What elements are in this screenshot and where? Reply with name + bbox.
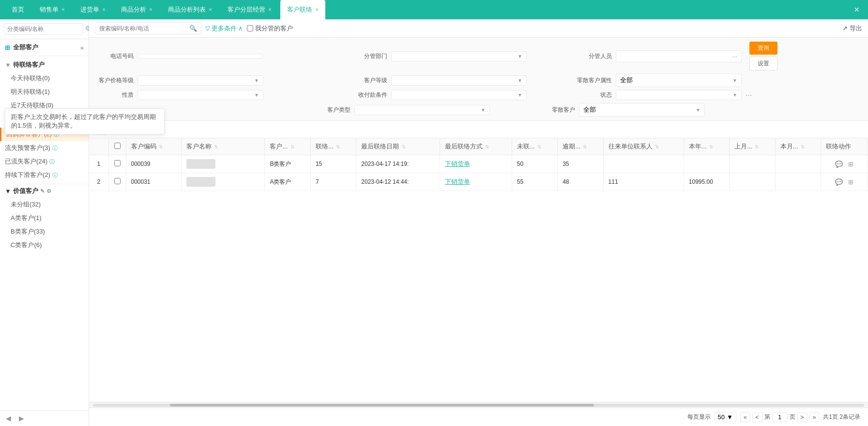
- sidebar-prev-button[interactable]: ◀: [4, 413, 13, 423]
- query-button[interactable]: 查询: [749, 42, 777, 55]
- close-product-analysis-tab[interactable]: ×: [149, 6, 152, 13]
- more-dots-icon[interactable]: ···: [746, 91, 752, 100]
- manager-input[interactable]: ···: [616, 50, 742, 62]
- cell-last-month-2: [730, 173, 775, 191]
- status-input[interactable]: ▼: [616, 90, 742, 100]
- nav-tab-product-analysis[interactable]: 商品分析 ×: [114, 0, 159, 19]
- search-input[interactable]: [99, 25, 186, 32]
- name-sort-icon[interactable]: ⇅: [214, 144, 218, 149]
- sidebar-item-ungrouped[interactable]: 未分组(32): [0, 198, 89, 211]
- settings-small-icon[interactable]: ⚙: [46, 188, 51, 194]
- nav-tab-customer-mgmt[interactable]: 客户分层经营 ×: [221, 0, 278, 19]
- price-level-input[interactable]: ▼: [137, 75, 263, 86]
- export-button[interactable]: ↗ 导出: [842, 24, 862, 33]
- contact-sort-icon[interactable]: ⇅: [336, 144, 340, 149]
- payment-label: 收付款条件: [349, 91, 387, 99]
- search-icon[interactable]: 🔍: [189, 25, 197, 32]
- payment-dropdown-icon: ▼: [518, 92, 522, 98]
- col-this-month: 本月... ⇅: [775, 138, 821, 155]
- nav-tab-product-list[interactable]: 商品分析列表 ×: [161, 0, 219, 19]
- payment-input[interactable]: ▼: [391, 90, 527, 100]
- prev-page-button[interactable]: <: [752, 412, 762, 422]
- pending-contact-section-title[interactable]: ▼ 待联络客户: [0, 58, 89, 72]
- cell-index-1: 1: [89, 155, 108, 173]
- col-action: 联络动作: [821, 138, 868, 155]
- horizontal-scrollbar[interactable]: [89, 402, 868, 408]
- customer-level-input[interactable]: ▼: [391, 75, 527, 86]
- action-icon-chat-2[interactable]: 💬: [835, 178, 843, 186]
- sidebar-item-c-class[interactable]: C类客户(6): [0, 238, 89, 252]
- close-customer-mgmt-tab[interactable]: ×: [268, 6, 272, 13]
- unread-sort-icon[interactable]: ⇅: [537, 144, 541, 149]
- action-icon-menu-2[interactable]: ⊞: [848, 178, 853, 186]
- sidebar-item-lost[interactable]: 已流失客户(24) ⓘ: [0, 155, 89, 168]
- value-customer-group-title[interactable]: ▼ 价值客户 ✎ ⚙: [0, 184, 89, 198]
- overdue-sort-icon[interactable]: ⇅: [583, 144, 587, 149]
- scroll-track: [93, 404, 864, 407]
- last-date-sort-icon[interactable]: ⇅: [402, 144, 406, 149]
- close-customer-contact-tab[interactable]: ×: [315, 6, 319, 13]
- last-method-link-1[interactable]: 下销货单: [445, 160, 470, 167]
- col-name: 客户名称 ⇅: [182, 138, 265, 155]
- nav-tab-home[interactable]: 首页: [5, 0, 31, 19]
- cell-index-2: 2: [89, 173, 108, 191]
- nav-tab-customer-contact[interactable]: 客户联络 ×: [280, 0, 325, 19]
- phone-input[interactable]: [137, 54, 263, 59]
- filter-row-1: 电话号码 分管部门 ▼ 分管人员 ··· 查询 设置: [95, 42, 862, 71]
- sidebar-item-b-class[interactable]: B类客户(33): [0, 225, 89, 238]
- dept-input[interactable]: ▼: [391, 51, 527, 61]
- type-sort-icon[interactable]: ⇅: [290, 144, 294, 149]
- sidebar-next-button[interactable]: ▶: [17, 413, 26, 423]
- price-level-dropdown-icon: ▼: [254, 78, 259, 83]
- customer-type-input[interactable]: ▼: [354, 105, 490, 115]
- sidebar-item-a-class[interactable]: A类客户(1): [0, 211, 89, 225]
- nav-tab-sales[interactable]: 销售单 ×: [33, 0, 72, 19]
- last-method-link-2[interactable]: 下销货单: [445, 178, 470, 185]
- this-year-sort-icon[interactable]: ⇅: [709, 144, 713, 149]
- nav-tab-purchase[interactable]: 进货单 ×: [74, 0, 112, 19]
- content-area: 🔍 ▽ 更多条件 ∧ 我分管的客户 ↗ 导出 电话号码: [89, 19, 868, 426]
- next-page-button[interactable]: >: [797, 412, 807, 422]
- close-purchase-tab[interactable]: ×: [102, 6, 106, 13]
- code-sort-icon[interactable]: ⇅: [159, 144, 163, 149]
- sidebar-item-tomorrow[interactable]: 明天待联络(1): [0, 85, 89, 99]
- this-month-sort-icon[interactable]: ⇅: [801, 144, 805, 149]
- current-page-input[interactable]: [772, 412, 788, 422]
- first-page-button[interactable]: «: [740, 412, 750, 422]
- row-checkbox-1[interactable]: [114, 160, 121, 166]
- sidebar-item-today[interactable]: 今天待联络(0): [0, 72, 89, 85]
- col-last-contact-date: 最后联络日期 ⇅: [356, 138, 440, 155]
- select-all-checkbox[interactable]: [114, 143, 121, 149]
- close-product-list-tab[interactable]: ×: [209, 6, 212, 13]
- unit-contact-sort-icon[interactable]: ⇅: [655, 144, 659, 149]
- col-code: 客户编码 ⇅: [126, 138, 182, 155]
- per-page-select[interactable]: 50 ▼: [715, 412, 736, 422]
- last-page-button[interactable]: »: [809, 412, 820, 422]
- more-conditions-button[interactable]: ▽ 更多条件 ∧: [205, 24, 243, 33]
- retail-attr-input[interactable]: 全部 ▼: [616, 73, 742, 87]
- sidebar: 🔍 ⊞ 全部客户 » ▼ 待联络客户 今天待联络(0) 明天待联络(1) 近7天…: [0, 19, 89, 426]
- action-icon-chat-1[interactable]: 💬: [835, 161, 843, 168]
- manager-more-icon[interactable]: ···: [732, 53, 737, 60]
- sidebar-search-input[interactable]: [4, 23, 83, 35]
- cell-action-2: 💬 ⊞: [821, 173, 868, 191]
- window-close-button[interactable]: ×: [850, 5, 863, 15]
- sidebar-collapse-button[interactable]: »: [80, 44, 84, 51]
- retail-attr-dropdown-icon: ▼: [732, 78, 737, 83]
- settings-button[interactable]: 设置: [749, 57, 777, 71]
- last-method-sort-icon[interactable]: ⇅: [485, 144, 489, 149]
- sidebar-item-loss-warning[interactable]: 流失预警客户(3) ⓘ: [0, 141, 89, 155]
- edit-icon[interactable]: ✎: [40, 188, 45, 194]
- grid-icon: ⊞: [5, 44, 10, 51]
- action-icon-menu-1[interactable]: ⊞: [848, 161, 853, 168]
- my-customers-checkbox[interactable]: [247, 25, 253, 31]
- phone-label: 电话号码: [95, 52, 134, 60]
- retail-customer-input[interactable]: 全部 ▼: [579, 103, 705, 117]
- gender-input[interactable]: ▼: [137, 90, 263, 100]
- sidebar-item-declining[interactable]: 持续下滑客户(2) ⓘ: [0, 168, 89, 182]
- row-checkbox-2[interactable]: [114, 178, 121, 184]
- scroll-thumb[interactable]: [170, 404, 594, 407]
- page-unit: 页: [790, 413, 795, 421]
- close-sales-tab[interactable]: ×: [61, 6, 65, 13]
- last-month-sort-icon[interactable]: ⇅: [755, 144, 759, 149]
